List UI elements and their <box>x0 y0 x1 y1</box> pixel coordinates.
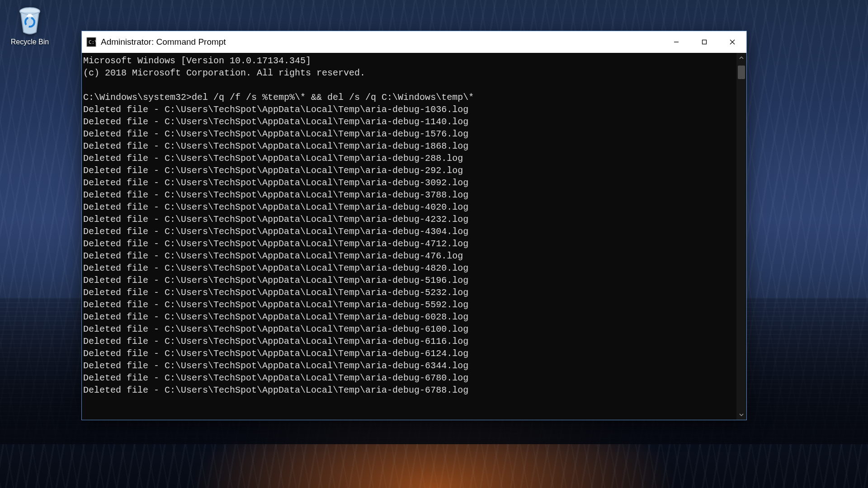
desktop-icon-label: Recycle Bin <box>8 38 52 46</box>
recycle-bin-icon <box>14 5 46 36</box>
titlebar[interactable]: C:\ Administrator: Command Prompt <box>82 31 746 53</box>
scroll-down-button[interactable] <box>736 410 746 420</box>
svg-rect-5 <box>703 40 707 44</box>
cmd-icon: C:\ <box>86 37 96 47</box>
command-prompt-window: C:\ Administrator: Command Prompt Micros… <box>81 31 747 420</box>
close-button[interactable] <box>718 31 746 53</box>
svg-text:C:\: C:\ <box>89 39 96 45</box>
terminal-output[interactable]: Microsoft Windows [Version 10.0.17134.34… <box>82 53 736 420</box>
minimize-button[interactable] <box>662 31 690 53</box>
desktop-icon-recycle-bin[interactable]: Recycle Bin <box>8 5 52 46</box>
scroll-thumb[interactable] <box>738 66 745 79</box>
window-title: Administrator: Command Prompt <box>101 37 226 47</box>
scroll-up-button[interactable] <box>736 53 746 63</box>
maximize-button[interactable] <box>690 31 718 53</box>
terminal-scrollbar[interactable] <box>736 53 746 420</box>
window-controls <box>662 31 746 53</box>
